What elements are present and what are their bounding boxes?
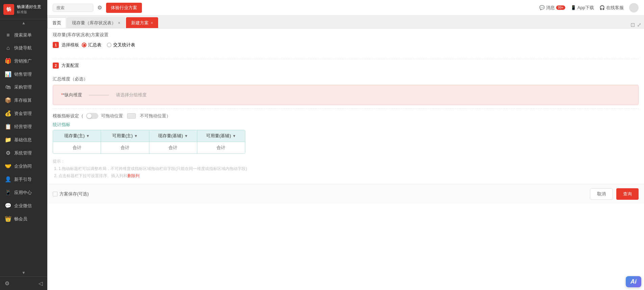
sidebar-item-app-center[interactable]: 📱 应用中心: [0, 186, 47, 199]
draggable-toggle[interactable]: [86, 113, 98, 119]
sidebar-item-quick-nav[interactable]: ⌂ 快捷导航: [0, 42, 47, 54]
tab-home-label: 首页: [52, 20, 61, 26]
collapse-icon[interactable]: ◁: [39, 280, 43, 287]
gear-icon[interactable]: ⚙: [97, 4, 102, 11]
footer-buttons: 取消 查询: [590, 188, 639, 200]
sidebar-scroll-up[interactable]: ▲: [0, 19, 47, 27]
chevron-down-icon-3: ▼: [232, 134, 236, 138]
sidebar-logo: 畅 畅康通好生意 标准版: [0, 0, 47, 19]
non-draggable-label: 不可拖动位置）: [140, 113, 171, 119]
stats-header-cell-2[interactable]: 现存量(基辅) ▼: [149, 130, 197, 142]
sidebar-item-label: 系统管理: [14, 150, 32, 156]
chevron-down-icon-2: ▼: [184, 134, 188, 138]
draggable-label: 可拖动位置: [101, 113, 123, 119]
stats-header-cell-1[interactable]: 可用量(主) ▼: [101, 130, 149, 142]
radio-summary[interactable]: 汇总表: [82, 42, 101, 48]
app-download-button[interactable]: 📱 App下载: [571, 5, 594, 11]
sidebar-item-sales[interactable]: 📊 销售管理: [0, 68, 47, 81]
message-badge: 99+: [556, 5, 565, 10]
settings-icon[interactable]: ⚙: [5, 280, 9, 287]
phone-icon: 📱: [571, 5, 576, 10]
tab-new-scheme-close-icon[interactable]: ×: [151, 21, 153, 25]
tab-new-scheme-label: 新建方案: [131, 20, 149, 26]
sidebar: 畅 畅康通好生意 标准版 ▲ ≡ 搜索菜单 ⌂ 快捷导航 🎁 营销推广 📊 销售…: [0, 0, 47, 290]
divider2: [53, 108, 639, 109]
save-checkbox[interactable]: [53, 192, 57, 196]
quick-nav-icon: ⌂: [5, 45, 11, 51]
template-radio-group: 汇总表 交叉统计表: [82, 42, 135, 48]
tab-home[interactable]: 首页: [47, 17, 66, 28]
stats-body-row-0: 合计 合计 合计 合计: [53, 142, 245, 153]
sidebar-item-basic-info[interactable]: 📁 基础信息: [0, 133, 47, 146]
stats-header-label-3: 可用量(基辅): [206, 133, 231, 139]
expand-icon[interactable]: ⤢: [637, 22, 641, 28]
sidebar-item-inventory[interactable]: 📦 库存核算: [0, 94, 47, 107]
sidebar-item-operations[interactable]: 📋 经营管理: [0, 120, 47, 133]
sidebar-item-member[interactable]: 👑 畅会员: [0, 212, 47, 225]
topbar: ⚙ 体验行业方案 💬 消息 99+ 📱 App下载 🎧 在线客服: [47, 0, 644, 16]
app-center-icon: 📱: [5, 189, 11, 196]
dimension-placeholder[interactable]: 请选择分组维度: [116, 92, 147, 98]
cancel-button[interactable]: 取消: [590, 188, 613, 200]
message-button[interactable]: 💬 消息 99+: [539, 5, 565, 11]
step1-label: 选择模板: [61, 42, 79, 48]
sidebar-item-finance[interactable]: 💰 资金管理: [0, 107, 47, 120]
enterprise-wechat-icon: 💬: [5, 202, 11, 209]
trial-button[interactable]: 体验行业方案: [106, 3, 142, 13]
online-service-button[interactable]: 🎧 在线客服: [599, 5, 624, 11]
new-guide-icon: 👤: [5, 176, 11, 183]
main-content: ⚙ 体验行业方案 💬 消息 99+ 📱 App下载 🎧 在线客服 首页: [47, 0, 644, 290]
member-icon: 👑: [5, 216, 11, 222]
hint-label-prefix: 提示：: [53, 158, 639, 165]
sidebar-item-label: 营销推广: [14, 58, 32, 64]
sidebar-item-label: 库存核算: [14, 97, 32, 103]
radio-cross-circle: [107, 43, 112, 47]
stats-body-cell-0-3: 合计: [197, 142, 245, 153]
stats-header-cell-3[interactable]: 可用量(基辅) ▼: [197, 130, 245, 142]
enterprise-icon: 🤝: [5, 163, 11, 169]
radio-cross[interactable]: 交叉统计表: [107, 42, 135, 48]
radio-summary-label: 汇总表: [88, 42, 101, 48]
finance-icon: 💰: [5, 110, 11, 117]
template-settings-label: 模板指标设定（: [53, 113, 83, 119]
pink-dimension-area: **纵向维度 请选择分组维度: [53, 85, 639, 105]
sidebar-item-enterprise[interactable]: 🤝 企业协同: [0, 160, 47, 173]
sidebar-nav: ≡ 搜索菜单 ⌂ 快捷导航 🎁 营销推广 📊 销售管理 🛍 采购管理 📦 库存核…: [0, 27, 47, 269]
topbar-right: 💬 消息 99+ 📱 App下载 🎧 在线客服: [539, 3, 639, 13]
sidebar-item-label: 应用中心: [14, 190, 32, 196]
minimize-icon[interactable]: ⊡: [630, 22, 635, 28]
stats-header-label-1: 可用量(主): [112, 133, 133, 139]
sidebar-item-label: 经营管理: [14, 124, 32, 130]
ai-badge[interactable]: Ai: [626, 276, 641, 287]
sidebar-item-search-menu[interactable]: ≡ 搜索菜单: [0, 29, 47, 42]
search-input[interactable]: [53, 4, 93, 12]
hint-2: 2. 点击标题栏下拉可设置排序、插入列和删除列: [54, 172, 639, 180]
stats-header-cell-0[interactable]: 现存量(主) ▼: [53, 130, 101, 142]
stats-table: 现存量(主) ▼ 可用量(主) ▼ 现存量(基辅) ▼ 可用量(基辅) ▼: [53, 130, 245, 154]
sidebar-item-label: 搜索菜单: [14, 32, 32, 38]
tab-inventory-status[interactable]: 现存量（库存状况表） ×: [67, 17, 125, 28]
stats-section-label: 统计指标: [53, 122, 639, 128]
sidebar-item-purchase[interactable]: 🛍 采购管理: [0, 81, 47, 94]
sidebar-footer: ⚙ ◁: [0, 276, 47, 290]
user-avatar[interactable]: [629, 3, 639, 13]
purchase-icon: 🛍: [5, 84, 11, 90]
query-button[interactable]: 查询: [616, 188, 639, 200]
sidebar-item-enterprise-wechat[interactable]: 💬 企业微信: [0, 199, 47, 212]
radio-summary-circle: [82, 43, 86, 47]
sidebar-item-new-guide[interactable]: 👤 新手引导: [0, 173, 47, 186]
tab-inventory-close-icon[interactable]: ×: [118, 21, 120, 25]
message-icon: 💬: [539, 5, 545, 10]
step1-header: 1 选择模板 汇总表 交叉统计表: [53, 42, 639, 48]
non-draggable-indicator: [127, 113, 136, 119]
sidebar-scroll-down[interactable]: ▼: [0, 269, 47, 276]
sidebar-item-system[interactable]: ⚙ 系统管理: [0, 146, 47, 160]
sidebar-item-marketing[interactable]: 🎁 营销推广: [0, 54, 47, 68]
step1-badge: 1: [53, 42, 59, 48]
indicator-row: 模板指标设定（ 可拖动位置 不可拖动位置）: [53, 113, 639, 119]
sidebar-item-label: 基础信息: [14, 137, 32, 143]
tab-new-scheme[interactable]: 新建方案 ×: [126, 17, 158, 28]
online-service-label: 在线客服: [606, 5, 624, 11]
stats-header-row: 现存量(主) ▼ 可用量(主) ▼ 现存量(基辅) ▼ 可用量(基辅) ▼: [53, 130, 245, 142]
sidebar-item-label: 资金管理: [14, 111, 32, 117]
